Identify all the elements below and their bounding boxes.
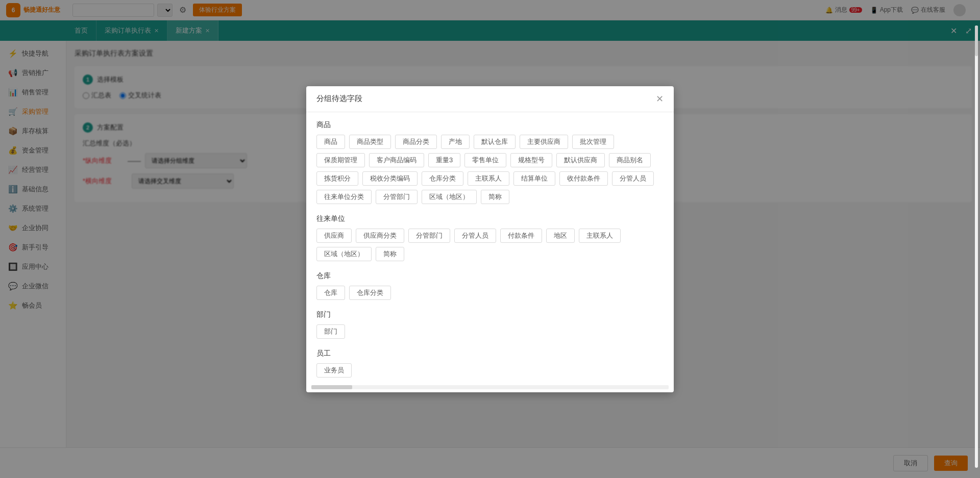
tag-counterpart-category[interactable]: 往来单位分类 [316, 190, 372, 204]
field-group-product: 商品 商品 商品类型 商品分类 产地 默认仓库 主要供应商 批次管理 保质期管理… [316, 120, 664, 204]
field-group-counterpart: 往来单位 供应商 供应商分类 分管部门 分管人员 付款条件 地区 主联系人 区域… [316, 214, 664, 261]
field-group-warehouse-title: 仓库 [316, 271, 664, 281]
tag-retail-unit[interactable]: 零售单位 [464, 153, 506, 167]
counterpart-tags: 供应商 供应商分类 分管部门 分管人员 付款条件 地区 主联系人 区域（地区） … [316, 229, 664, 261]
modal-close-button[interactable]: ✕ [656, 93, 664, 105]
tag-product[interactable]: 商品 [316, 135, 345, 149]
tag-payment-condition[interactable]: 付款条件 [500, 229, 542, 243]
modal-dialog: 分组待选字段 ✕ 商品 商品 商品类型 商品分类 产地 默认仓库 主要供应商 批… [306, 86, 674, 392]
tag-supplier-category[interactable]: 供应商分类 [356, 229, 404, 243]
tag-customer-code[interactable]: 客户商品编码 [369, 153, 424, 167]
tag-origin[interactable]: 产地 [441, 135, 470, 149]
tag-settlement-unit[interactable]: 结算单位 [513, 171, 555, 186]
modal-overlay: 分组待选字段 ✕ 商品 商品 商品类型 商品分类 产地 默认仓库 主要供应商 批… [0, 0, 980, 478]
tag-area[interactable]: 地区 [546, 229, 575, 243]
tag-region-counterpart[interactable]: 区域（地区） [316, 247, 372, 261]
tag-dept-counterpart[interactable]: 分管部门 [408, 229, 450, 243]
field-group-product-title: 商品 [316, 120, 664, 130]
tag-spec-model[interactable]: 规格型号 [510, 153, 552, 167]
product-tags: 商品 商品类型 商品分类 产地 默认仓库 主要供应商 批次管理 保质期管理 客户… [316, 135, 664, 204]
tag-manager[interactable]: 分管人员 [612, 171, 654, 186]
tag-main-supplier[interactable]: 主要供应商 [520, 135, 568, 149]
tag-warehouse-type[interactable]: 仓库分类 [349, 286, 391, 300]
tag-weight[interactable]: 重量3 [428, 153, 460, 167]
tag-main-contact[interactable]: 主联系人 [468, 171, 509, 186]
field-group-department: 部门 部门 [316, 310, 664, 339]
tag-main-contact-counterpart[interactable]: 主联系人 [579, 229, 621, 243]
tag-product-category[interactable]: 商品分类 [395, 135, 437, 149]
tag-payment-terms[interactable]: 收付款条件 [559, 171, 608, 186]
tag-region-product[interactable]: 区域（地区） [422, 190, 477, 204]
modal-hscroll[interactable] [311, 385, 669, 389]
field-group-counterpart-title: 往来单位 [316, 214, 664, 223]
tag-dept[interactable]: 分管部门 [376, 190, 418, 204]
tag-salesperson[interactable]: 业务员 [316, 363, 352, 378]
field-group-department-title: 部门 [316, 310, 664, 319]
tag-supplier[interactable]: 供应商 [316, 229, 352, 243]
modal-vscroll-track [975, 26, 978, 468]
tag-expiry-mgmt[interactable]: 保质期管理 [316, 153, 365, 167]
tag-warehouse[interactable]: 仓库 [316, 286, 345, 300]
tag-product-type[interactable]: 商品类型 [349, 135, 391, 149]
warehouse-tags: 仓库 仓库分类 [316, 286, 664, 300]
modal-hscroll-thumb [311, 385, 352, 389]
tag-product-alias[interactable]: 商品别名 [609, 153, 651, 167]
tag-default-warehouse[interactable]: 默认仓库 [474, 135, 516, 149]
tag-abbr-product[interactable]: 简称 [481, 190, 509, 204]
field-group-warehouse: 仓库 仓库 仓库分类 [316, 271, 664, 300]
tag-batch-mgmt[interactable]: 批次管理 [572, 135, 614, 149]
tag-warehouse-category[interactable]: 仓库分类 [422, 171, 463, 186]
modal-vscroll-thumb [975, 26, 978, 56]
tag-pick-points[interactable]: 拣货积分 [316, 171, 358, 186]
tag-department[interactable]: 部门 [316, 324, 345, 339]
modal-title: 分组待选字段 [316, 94, 362, 104]
tag-default-supplier[interactable]: 默认供应商 [556, 153, 605, 167]
tag-manager-counterpart[interactable]: 分管人员 [454, 229, 496, 243]
modal-body: 商品 商品 商品类型 商品分类 产地 默认仓库 主要供应商 批次管理 保质期管理… [306, 112, 674, 385]
department-tags: 部门 [316, 324, 664, 339]
tag-abbr-counterpart[interactable]: 简称 [376, 247, 404, 261]
field-group-employee: 员工 业务员 [316, 349, 664, 378]
tag-tax-code[interactable]: 税收分类编码 [362, 171, 418, 186]
modal-header: 分组待选字段 ✕ [306, 86, 674, 112]
field-group-employee-title: 员工 [316, 349, 664, 358]
employee-tags: 业务员 [316, 363, 664, 378]
